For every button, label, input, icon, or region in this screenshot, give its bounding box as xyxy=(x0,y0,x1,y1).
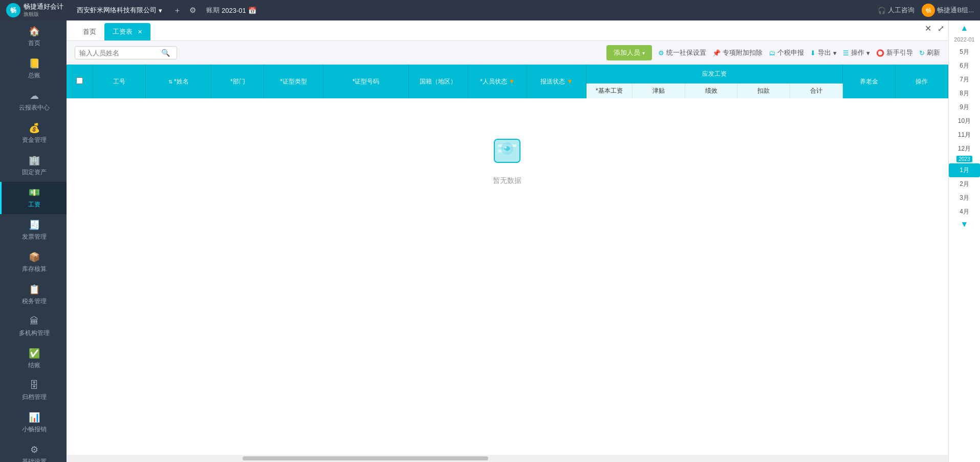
sidebar-item-expense[interactable]: 📊 小畅报销 xyxy=(0,407,67,439)
th-deduction: 扣款 xyxy=(737,83,790,98)
sidebar-item-cloud-report[interactable]: ☁ 云报表中心 xyxy=(0,85,67,117)
operation-dropdown-icon: ▾ xyxy=(866,49,870,57)
operation-button[interactable]: ☰ 操作 ▾ xyxy=(843,48,870,57)
logo: 畅 畅捷通好会计 旗舰版 xyxy=(6,3,73,18)
th-no: 工号 xyxy=(93,65,145,98)
th-report-status: 报送状态 ▼ xyxy=(527,65,586,98)
th-performance: 绩效 xyxy=(685,83,737,98)
sidebar-item-home[interactable]: 🏠 首页 xyxy=(0,20,67,53)
company-selector[interactable]: 西安虾米网络科技有限公司 ▾ xyxy=(73,6,166,15)
settings-icon[interactable]: ⚙ xyxy=(187,5,198,16)
operation-label: 操作 xyxy=(851,48,864,57)
month-item-6[interactable]: 6月 xyxy=(949,59,980,73)
month-item-10[interactable]: 10月 xyxy=(949,114,980,128)
sidebar-item-inventory-label: 库存核算 xyxy=(22,265,47,274)
month-nav-down[interactable]: ▼ xyxy=(960,219,970,230)
month-item-2023-1[interactable]: 1月 xyxy=(949,163,980,177)
month-item-2023-4[interactable]: 4月 xyxy=(949,205,980,219)
th-id-type: *证型类型 xyxy=(264,65,323,98)
month-nav-up[interactable]: ▲ xyxy=(960,23,970,34)
sidebar-item-inventory[interactable]: 📦 库存核算 xyxy=(0,246,67,279)
social-security-icon: ⚙ xyxy=(658,49,664,57)
personal-tax-button[interactable]: 🗂 个税申报 xyxy=(769,48,804,57)
new-guide-icon: ⭕ xyxy=(876,49,884,57)
th-person-status: *人员状态 ▼ xyxy=(468,65,527,98)
headset-icon: 🎧 xyxy=(878,7,886,14)
period-value: 2023-01 xyxy=(222,7,246,14)
scroll-thumb[interactable] xyxy=(243,456,488,460)
window-maximize-button[interactable]: ⤢ xyxy=(938,24,944,33)
export-dropdown-icon: ▾ xyxy=(833,49,837,57)
special-deduct-label: 专项附加扣除 xyxy=(723,48,763,57)
salary-table: 工号 ⇅ *姓名 *部门 *证型类型 *证型号码 国籍（地区） *人员状态 ▼ … xyxy=(67,65,948,216)
month-item-5[interactable]: 5月 xyxy=(949,45,980,59)
export-button[interactable]: ⬇ 导出 ▾ xyxy=(810,48,837,57)
sidebar-item-archive[interactable]: 🗄 归档管理 xyxy=(0,375,67,407)
new-guide-label: 新手引导 xyxy=(886,48,913,57)
select-all-checkbox[interactable] xyxy=(76,77,83,84)
sidebar: 🏠 首页 📒 总账 ☁ 云报表中心 💰 资金管理 🏢 固定资产 💵 工资 🧾 发… xyxy=(0,20,67,462)
month-item-11[interactable]: 11月 xyxy=(949,128,980,142)
inventory-icon: 📦 xyxy=(29,251,40,263)
sidebar-item-settlement[interactable]: ✅ 结账 xyxy=(0,343,67,375)
refresh-button[interactable]: ↻ 刷新 xyxy=(919,48,940,57)
month-item-7[interactable]: 7月 xyxy=(949,73,980,87)
toolbar-right: 添加人员 ▾ ⚙ 统一社保设置 📌 专项附加扣除 🗂 个税申报 ⬇ xyxy=(606,45,940,60)
person-status-filter-icon[interactable]: ▼ xyxy=(509,78,515,85)
th-dept: *部门 xyxy=(211,65,264,98)
home-icon: 🏠 xyxy=(29,26,40,37)
sidebar-item-multi-org-label: 多机构管理 xyxy=(19,329,50,338)
tab-salary[interactable]: 工资表 ✕ xyxy=(104,23,150,40)
tab-close-salary[interactable]: ✕ xyxy=(138,29,142,35)
sidebar-item-ledger[interactable]: 📒 总账 xyxy=(0,53,67,85)
th-pension: 养老金 xyxy=(843,65,896,98)
sidebar-item-invoice[interactable]: 🧾 发票管理 xyxy=(0,214,67,246)
table-header-row-1: 工号 ⇅ *姓名 *部门 *证型类型 *证型号码 国籍（地区） *人员状态 ▼ … xyxy=(67,65,948,83)
sidebar-item-fund[interactable]: 💰 资金管理 xyxy=(0,117,67,150)
settlement-icon: ✅ xyxy=(29,348,40,359)
sidebar-item-archive-label: 归档管理 xyxy=(22,393,47,402)
month-item-2023-3[interactable]: 3月 xyxy=(949,191,980,205)
top-bar: 畅 畅捷通好会计 旗舰版 西安虾米网络科技有限公司 ▾ ＋ ⚙ 账期 2023-… xyxy=(0,0,980,20)
calendar-icon[interactable]: 📅 xyxy=(248,7,256,14)
th-total: 合计 xyxy=(790,83,843,98)
top-bar-actions: ＋ ⚙ xyxy=(171,5,198,16)
month-panel: ▲ 2022-01 5月 6月 7月 8月 9月 10月 11月 12月 202… xyxy=(948,20,980,462)
tax-icon: 📋 xyxy=(29,284,40,295)
search-wrap: 🔍 xyxy=(75,46,177,59)
refresh-label: 刷新 xyxy=(927,48,940,57)
search-icon[interactable]: 🔍 xyxy=(161,49,170,57)
month-item-2023-2[interactable]: 2月 xyxy=(949,177,980,191)
sidebar-item-tax[interactable]: 📋 税务管理 xyxy=(0,279,67,311)
th-subsidy: 津贴 xyxy=(632,83,685,98)
user-name: 畅捷通B组... xyxy=(937,6,974,15)
month-item-9[interactable]: 9月 xyxy=(949,100,980,114)
expense-icon: 📊 xyxy=(29,412,40,423)
social-security-button[interactable]: ⚙ 统一社保设置 xyxy=(658,48,706,57)
th-ops: 操作 xyxy=(896,65,948,98)
month-item-12[interactable]: 12月 xyxy=(949,142,980,156)
sidebar-item-settings[interactable]: ⚙ 基础设置 xyxy=(0,439,67,462)
company-dropdown-icon[interactable]: ▾ xyxy=(159,7,162,14)
current-year-badge: 2023 xyxy=(956,156,972,162)
report-status-filter-icon[interactable]: ▼ xyxy=(567,78,573,85)
user-avatar-button[interactable]: 畅 畅捷通B组... xyxy=(922,4,974,17)
sidebar-item-multi-org[interactable]: 🏛 多机构管理 xyxy=(0,311,67,343)
invoice-icon: 🧾 xyxy=(29,219,40,230)
new-guide-button[interactable]: ⭕ 新手引导 xyxy=(876,48,913,57)
scroll-track xyxy=(67,455,948,462)
sidebar-item-salary[interactable]: 💵 工资 xyxy=(0,182,67,214)
sidebar-item-invoice-label: 发票管理 xyxy=(22,233,47,241)
operation-icon: ☰ xyxy=(843,49,849,57)
add-company-button[interactable]: ＋ xyxy=(171,5,183,16)
multi-org-icon: 🏛 xyxy=(30,316,39,327)
sidebar-item-fixed-assets[interactable]: 🏢 固定资产 xyxy=(0,150,67,182)
window-close-button[interactable]: ✕ xyxy=(925,24,931,33)
human-service-button[interactable]: 🎧 人工咨询 xyxy=(878,6,914,15)
tab-home[interactable]: 首页 xyxy=(75,23,104,40)
add-person-button[interactable]: 添加人员 ▾ xyxy=(606,45,652,60)
month-item-8[interactable]: 8月 xyxy=(949,87,980,100)
sort-name-icon[interactable]: ⇅ xyxy=(168,79,172,85)
special-deduct-button[interactable]: 📌 专项附加扣除 xyxy=(712,48,763,57)
search-input[interactable] xyxy=(79,49,161,57)
